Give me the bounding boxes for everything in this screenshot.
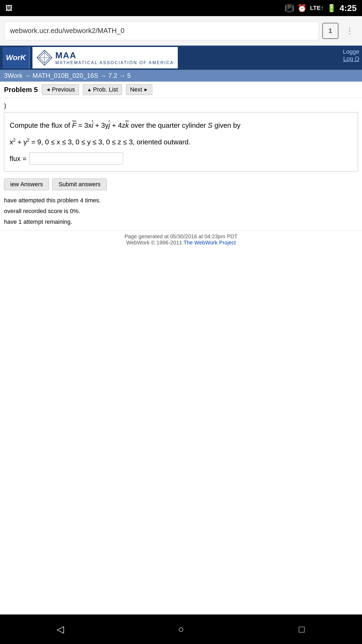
recents-button[interactable]: □ bbox=[291, 619, 312, 640]
lte-icon: LTE↑ bbox=[310, 5, 324, 12]
flux-label: flux = bbox=[10, 152, 27, 165]
maa-diamond-icon bbox=[36, 50, 53, 66]
problem-header: Problem 5 ◄ Previous ▲ Prob. List Next ► bbox=[0, 82, 362, 98]
flux-input[interactable] bbox=[29, 152, 123, 164]
prob-list-button[interactable]: ▲ Prob. List bbox=[83, 84, 122, 95]
maa-logo-area: WorK MAA MATHEMATICAL ASSOCIATION OF AME… bbox=[3, 47, 178, 68]
status-bar-right: 📳 ⏰ LTE↑ 🔋 4:25 bbox=[285, 3, 357, 13]
maa-header: WorK MAA MATHEMATICAL ASSOCIATION OF AME… bbox=[0, 46, 362, 70]
status-bar-left: 🖼 bbox=[5, 4, 12, 12]
more-options-button[interactable]: ⋮ bbox=[342, 23, 358, 39]
breadcrumb-text: 3Work → MATH_010B_020_16S → 7.2 → 5 bbox=[4, 72, 131, 79]
copyright-label: WebWork © 1996-2011 bbox=[126, 240, 184, 246]
battery-icon: 🔋 bbox=[327, 4, 336, 13]
breadcrumb-bar: 3Work → MATH_010B_020_16S → 7.2 → 5 bbox=[0, 70, 362, 82]
flux-row: flux = bbox=[10, 152, 352, 165]
left-arrow-icon: ◄ bbox=[46, 87, 51, 93]
home-button[interactable]: ○ bbox=[170, 619, 192, 640]
maa-text-block: MAA MATHEMATICAL ASSOCIATION OF AMERICA bbox=[55, 50, 174, 65]
copyright-text: WebWork © 1996-2011 The WebWork Project bbox=[4, 240, 358, 246]
attempt-info: have attempted this problem 4 times. ove… bbox=[0, 193, 362, 229]
back-arrow-icon: ◁ bbox=[57, 624, 64, 635]
problem-equation: x2 + y2 = 9, 0 ≤ x ≤ 3, 0 ≤ y ≤ 3, 0 ≤ z… bbox=[10, 136, 352, 148]
view-answers-label: iew Answers bbox=[10, 181, 43, 188]
problem-description: Compute the flux of F = 3xi + 3yj + 4zk … bbox=[10, 119, 352, 132]
maa-login-area: Logge Log O bbox=[343, 48, 359, 62]
prob-list-label: Prob. List bbox=[93, 86, 118, 93]
attempt-line-3: have 1 attempt remaining. bbox=[4, 217, 358, 227]
view-answers-button[interactable]: iew Answers bbox=[4, 178, 49, 190]
back-button[interactable]: ◁ bbox=[50, 619, 71, 640]
webwork-logo: WorK bbox=[3, 47, 30, 68]
maa-logo: MAA MATHEMATICAL ASSOCIATION OF AMERICA bbox=[32, 47, 178, 68]
home-circle-icon: ○ bbox=[178, 624, 184, 635]
tab-count-button[interactable]: 1 bbox=[322, 23, 338, 39]
browser-bar: webwork.ucr.edu/webwork2/MATH_0 1 ⋮ bbox=[0, 16, 362, 46]
next-button[interactable]: Next ► bbox=[126, 84, 152, 95]
status-time: 4:25 bbox=[339, 3, 357, 13]
log-out-link[interactable]: Log O bbox=[343, 55, 359, 62]
page-footer: Page generated at 05/30/2016 at 04:23pm … bbox=[0, 230, 362, 248]
submit-answers-label: Submit answers bbox=[58, 181, 101, 188]
image-icon: 🖼 bbox=[5, 4, 12, 12]
submit-answers-button[interactable]: Submit answers bbox=[52, 178, 107, 190]
webwork-logo-text: WorK bbox=[6, 53, 26, 62]
attempt-line-2: overall recorded score is 0%. bbox=[4, 206, 358, 217]
status-bar: 🖼 📳 ⏰ LTE↑ 🔋 4:25 bbox=[0, 0, 362, 16]
vibrate-icon: 📳 bbox=[285, 4, 294, 13]
problem-title: Problem 5 bbox=[4, 86, 38, 94]
previous-button[interactable]: ◄ Previous bbox=[42, 84, 79, 95]
right-arrow-icon: ► bbox=[143, 87, 148, 93]
recents-square-icon: □ bbox=[299, 624, 305, 635]
action-buttons-area: iew Answers Submit answers bbox=[0, 176, 362, 193]
parenthesis-label: ) bbox=[4, 102, 358, 109]
vector-F: F = 3xi + 3yj + 4zk bbox=[72, 121, 131, 129]
problem-content: ) Compute the flux of F = 3xi + 3yj + 4z… bbox=[0, 98, 362, 176]
url-bar[interactable]: webwork.ucr.edu/webwork2/MATH_0 bbox=[4, 21, 319, 40]
bottom-navigation: ◁ ○ □ bbox=[0, 614, 362, 644]
clock-icon: ⏰ bbox=[297, 4, 307, 13]
webwork-project-link[interactable]: The WebWork Project bbox=[183, 240, 236, 246]
problem-box: Compute the flux of F = 3xi + 3yj + 4zk … bbox=[4, 112, 358, 172]
attempt-line-1: have attempted this problem 4 times. bbox=[4, 195, 358, 206]
maa-full-name: MATHEMATICAL ASSOCIATION OF AMERICA bbox=[55, 60, 174, 65]
previous-label: Previous bbox=[52, 86, 75, 93]
logged-in-text: Logge bbox=[343, 48, 359, 55]
url-text: webwork.ucr.edu/webwork2/MATH_0 bbox=[10, 27, 124, 35]
up-arrow-icon: ▲ bbox=[87, 87, 92, 93]
web-content: WorK MAA MATHEMATICAL ASSOCIATION OF AME… bbox=[0, 46, 362, 248]
maa-acronym: MAA bbox=[55, 50, 174, 60]
page-generated-text: Page generated at 05/30/2016 at 04:23pm … bbox=[4, 233, 358, 240]
next-label: Next bbox=[130, 86, 142, 93]
